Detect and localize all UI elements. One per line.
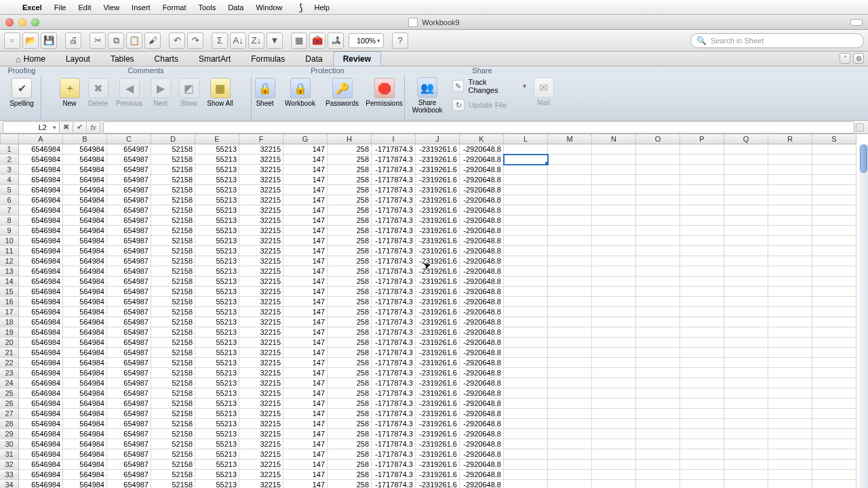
cell[interactable]: -2319261.6: [416, 439, 460, 449]
cell[interactable]: [768, 256, 812, 266]
name-box[interactable]: L2: [3, 121, 60, 134]
cell[interactable]: 654987: [107, 378, 151, 388]
cell[interactable]: -1717874.3: [372, 470, 416, 480]
cell[interactable]: -2319261.6: [416, 307, 460, 317]
protect-sheet-button[interactable]: 🔒Sheet: [252, 77, 279, 115]
cell[interactable]: 52158: [151, 287, 195, 297]
cell[interactable]: [636, 470, 680, 480]
cell[interactable]: [812, 256, 856, 266]
cell[interactable]: 6546984: [19, 348, 63, 358]
filter-icon[interactable]: ▼: [267, 33, 283, 49]
cell[interactable]: 258: [328, 165, 372, 175]
cell[interactable]: 55213: [195, 205, 239, 216]
column-header[interactable]: I: [372, 134, 416, 144]
cell[interactable]: [592, 388, 636, 399]
cell[interactable]: [548, 205, 592, 216]
cell[interactable]: [812, 185, 856, 195]
cell[interactable]: -2319261.6: [416, 470, 460, 480]
cell[interactable]: [768, 226, 812, 236]
cell[interactable]: 147: [283, 368, 328, 378]
cell[interactable]: 147: [283, 449, 328, 460]
cell[interactable]: [724, 358, 768, 368]
cell[interactable]: [592, 338, 636, 348]
cell[interactable]: 564984: [63, 429, 107, 439]
cell[interactable]: 564984: [63, 449, 107, 460]
cell[interactable]: [636, 195, 680, 205]
cell[interactable]: [768, 175, 812, 185]
cell[interactable]: [504, 246, 548, 256]
cell[interactable]: 564984: [63, 144, 107, 155]
cell[interactable]: 32215: [239, 399, 283, 409]
cell[interactable]: [768, 236, 812, 246]
cell[interactable]: 32215: [239, 429, 283, 439]
open-icon[interactable]: 📂: [22, 33, 39, 49]
passwords-button[interactable]: 🔑Passwords: [322, 77, 363, 115]
zoom-select[interactable]: 100%: [349, 33, 384, 48]
column-header[interactable]: J: [416, 134, 460, 144]
cell[interactable]: 564984: [63, 399, 107, 409]
cell[interactable]: 564984: [63, 358, 107, 368]
cell[interactable]: 55213: [195, 460, 239, 470]
row-header[interactable]: 5: [0, 185, 19, 195]
cell[interactable]: [636, 449, 680, 460]
cell[interactable]: -2319261.6: [416, 236, 460, 246]
cell[interactable]: 147: [283, 327, 328, 338]
cell[interactable]: 564984: [63, 175, 107, 185]
cell[interactable]: [812, 378, 856, 388]
cell[interactable]: 55213: [195, 378, 239, 388]
cell[interactable]: [812, 327, 856, 338]
cell[interactable]: 654987: [107, 297, 151, 307]
cell[interactable]: 32215: [239, 144, 283, 155]
cell[interactable]: -2319261.6: [416, 144, 460, 155]
cell[interactable]: -2319261.6: [416, 399, 460, 409]
cell[interactable]: -2319261.6: [416, 480, 460, 488]
cell[interactable]: 32215: [239, 460, 283, 470]
cell[interactable]: [768, 470, 812, 480]
cell[interactable]: 52158: [151, 419, 195, 429]
cell[interactable]: [592, 317, 636, 327]
cell[interactable]: [504, 480, 548, 488]
menu-data[interactable]: Data: [222, 0, 250, 15]
cell[interactable]: [812, 287, 856, 297]
cell[interactable]: [548, 195, 592, 205]
menu-edit[interactable]: Edit: [72, 0, 97, 15]
column-header[interactable]: K: [460, 134, 504, 144]
toolbox-icon[interactable]: 🧰: [309, 33, 326, 49]
cell[interactable]: 147: [283, 226, 328, 236]
cell[interactable]: [680, 287, 724, 297]
cell[interactable]: [724, 378, 768, 388]
cell[interactable]: 6546984: [19, 439, 63, 449]
cell[interactable]: [504, 195, 548, 205]
cell[interactable]: [812, 297, 856, 307]
cell[interactable]: 6546984: [19, 409, 63, 419]
cell[interactable]: [548, 399, 592, 409]
cell[interactable]: 654987: [107, 317, 151, 327]
cell[interactable]: 258: [328, 480, 372, 488]
cell[interactable]: [680, 195, 724, 205]
cell[interactable]: [680, 277, 724, 287]
cell[interactable]: [724, 449, 768, 460]
row-header[interactable]: 9: [0, 226, 19, 236]
cell[interactable]: -2319261.6: [416, 165, 460, 175]
cell[interactable]: 6546984: [19, 185, 63, 195]
cell[interactable]: -1717874.3: [372, 399, 416, 409]
cell[interactable]: [504, 165, 548, 175]
zoom-icon[interactable]: [31, 18, 39, 26]
cell[interactable]: [548, 348, 592, 358]
cell[interactable]: [592, 205, 636, 216]
cell[interactable]: 32215: [239, 368, 283, 378]
cell[interactable]: 32215: [239, 307, 283, 317]
cell[interactable]: -2319261.6: [416, 449, 460, 460]
cell[interactable]: [504, 226, 548, 236]
undo-icon[interactable]: ↶: [169, 33, 185, 49]
select-all-corner[interactable]: [0, 134, 19, 144]
cell[interactable]: 52158: [151, 216, 195, 226]
cell[interactable]: [680, 368, 724, 378]
cell[interactable]: [724, 338, 768, 348]
cell[interactable]: 654987: [107, 307, 151, 317]
cell[interactable]: [812, 266, 856, 277]
cell[interactable]: 52158: [151, 409, 195, 419]
menu-view[interactable]: View: [97, 0, 125, 15]
cell[interactable]: [504, 358, 548, 368]
cell[interactable]: [812, 226, 856, 236]
